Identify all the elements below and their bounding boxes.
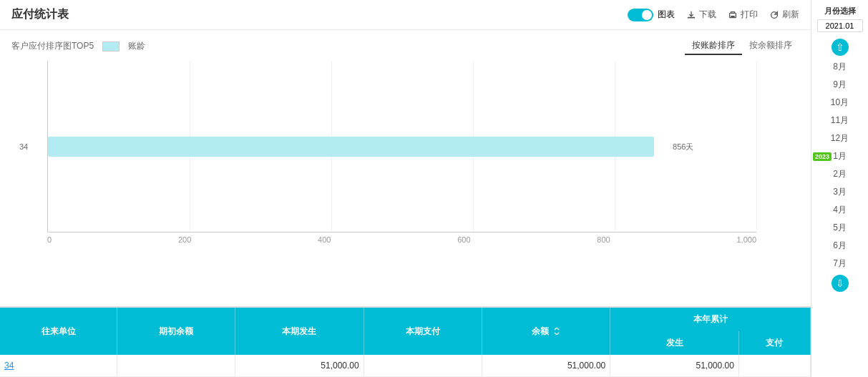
refresh-button[interactable]: 刷新 — [769, 9, 799, 21]
page-header: 应付统计表 图表 下载 — [0, 0, 811, 30]
chart-title: 客户应付排序图TOP5 — [11, 40, 94, 52]
legend-box — [102, 41, 120, 52]
svg-rect-2 — [731, 15, 734, 17]
x-axis: 0 200 400 600 800 1,000 — [47, 232, 756, 244]
data-table: 往来单位 期初余额 本期发生 本期支付 余额 本年累计 发生 支付 — [0, 306, 811, 377]
header-actions: 图表 下载 打印 — [628, 9, 799, 21]
chart-header: 客户应付排序图TOP5 账龄 按账龄排序 按余额排序 — [11, 37, 799, 55]
svg-rect-0 — [688, 16, 696, 18]
td-current-occ: 51,000.00 — [235, 355, 364, 377]
chart-legend: 客户应付排序图TOP5 账龄 — [11, 40, 145, 52]
th-opening: 期初余额 — [117, 308, 235, 355]
right-sidebar: 月份选择 ⇧ 8月 9月 10月 11月 12月 2023 1月 2月 3月 4… — [811, 0, 868, 377]
sidebar-scroll-up-button[interactable]: ⇧ — [832, 39, 849, 56]
sidebar-month-6[interactable]: 6月 — [811, 237, 868, 255]
sidebar-month-list: 8月 9月 10月 11月 12月 2023 1月 2月 3月 4月 5月 6月… — [811, 58, 868, 273]
y-axis-label: 34 — [19, 142, 28, 151]
sidebar-scroll-down-button[interactable]: ⇩ — [832, 275, 849, 292]
th-year-occ: 发生 — [610, 331, 739, 355]
th-current-occ: 本期发生 — [235, 308, 364, 355]
summary-table: 往来单位 期初余额 本期发生 本期支付 余额 本年累计 发生 支付 — [0, 308, 811, 377]
chart-grid: 34 856天 — [47, 61, 756, 232]
grid-line-5 — [756, 61, 757, 232]
chart-toggle-wrap: 图表 — [628, 9, 675, 21]
sidebar-month-8[interactable]: 8月 — [811, 58, 868, 76]
table-row: 34 51,000.00 51,000.00 51,000.00 — [0, 355, 811, 377]
td-year-pay — [738, 355, 810, 377]
sidebar-month-7[interactable]: 7月 — [811, 255, 868, 273]
th-year-total: 本年累计 — [610, 308, 811, 331]
bar-value-label: 856天 — [673, 141, 693, 152]
th-unit: 往来单位 — [0, 308, 117, 355]
x-label-1: 200 — [178, 235, 191, 244]
sort-by-age-button[interactable]: 按账龄排序 — [685, 37, 742, 55]
th-balance: 余额 — [482, 308, 610, 355]
sidebar-month-3[interactable]: 3月 — [811, 183, 868, 201]
x-label-4: 800 — [597, 235, 610, 244]
sidebar-month-12[interactable]: 12月 — [811, 129, 868, 147]
chart-section: 客户应付排序图TOP5 账龄 按账龄排序 按余额排序 — [0, 30, 811, 306]
download-label: 下载 — [699, 9, 716, 21]
print-icon — [728, 10, 738, 20]
x-label-5: 1,000 — [736, 235, 756, 244]
sidebar-month-4[interactable]: 4月 — [811, 201, 868, 219]
refresh-icon — [769, 10, 779, 20]
td-year-occ: 51,000.00 — [610, 355, 739, 377]
chart-area: 34 856天 0 200 400 600 800 1,000 — [11, 61, 799, 268]
sort-by-balance-button[interactable]: 按余额排序 — [742, 37, 799, 55]
download-icon — [686, 10, 696, 20]
x-label-2: 400 — [318, 235, 331, 244]
sidebar-month-10[interactable]: 10月 — [811, 94, 868, 112]
td-unit[interactable]: 34 — [0, 355, 117, 377]
sidebar-month-1[interactable]: 2023 1月 — [811, 147, 868, 165]
th-current-pay: 本期支付 — [364, 308, 482, 355]
sidebar-month-9[interactable]: 9月 — [811, 76, 868, 94]
sidebar-month-5[interactable]: 5月 — [811, 219, 868, 237]
sidebar-title: 月份选择 — [824, 6, 856, 16]
page-title: 应付统计表 — [11, 7, 69, 22]
print-label: 打印 — [741, 9, 758, 21]
td-current-pay — [364, 355, 482, 377]
chart-sort-buttons: 按账龄排序 按余额排序 — [685, 37, 799, 55]
x-label-0: 0 — [47, 235, 52, 244]
sidebar-month-2[interactable]: 2月 — [811, 165, 868, 183]
legend-label: 账龄 — [128, 40, 145, 52]
chart-label: 图表 — [658, 9, 675, 21]
download-button[interactable]: 下载 — [686, 9, 716, 21]
print-button[interactable]: 打印 — [728, 9, 758, 21]
chart-bar: 856天 — [48, 137, 654, 157]
balance-sort-icon — [553, 328, 560, 335]
sidebar-month-11[interactable]: 11月 — [811, 112, 868, 129]
td-opening — [117, 355, 235, 377]
sidebar-year-input[interactable] — [817, 19, 863, 32]
td-balance: 51,000.00 — [482, 355, 610, 377]
x-label-3: 600 — [457, 235, 470, 244]
th-year-pay: 支付 — [738, 331, 810, 355]
year-badge: 2023 — [813, 152, 832, 161]
chart-toggle[interactable] — [628, 9, 653, 21]
refresh-label: 刷新 — [782, 9, 799, 21]
